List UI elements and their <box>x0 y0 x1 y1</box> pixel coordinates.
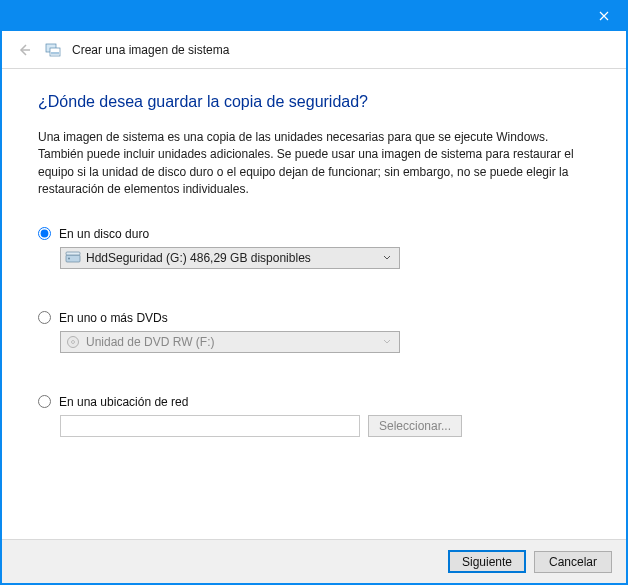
svg-point-8 <box>72 340 75 343</box>
browse-button: Seleccionar... <box>368 415 462 437</box>
hdd-drive-value: HddSeguridad (G:) 486,29 GB disponibles <box>86 251 378 265</box>
option-network-row[interactable]: En una ubicación de red <box>38 395 594 409</box>
option-dvd-row[interactable]: En uno o más DVDs <box>38 311 594 325</box>
dvd-drive-select: Unidad de DVD RW (F:) <box>60 331 400 353</box>
option-dvd-label: En uno o más DVDs <box>59 311 168 325</box>
option-dvd-group: En uno o más DVDs Unidad de DVD RW (F:) <box>38 311 594 353</box>
back-arrow-icon <box>16 42 32 58</box>
option-hdd-group: En un disco duro HddSeguridad (G:) 486,2… <box>38 227 594 269</box>
option-hdd-row[interactable]: En un disco duro <box>38 227 594 241</box>
close-icon <box>599 11 609 21</box>
close-button[interactable] <box>581 2 626 30</box>
option-dvd-radio[interactable] <box>38 311 51 324</box>
next-button[interactable]: Siguiente <box>448 550 526 573</box>
svg-rect-6 <box>66 252 80 255</box>
content-area: ¿Dónde desea guardar la copia de segurid… <box>2 69 626 447</box>
svg-rect-3 <box>51 52 59 55</box>
option-network-group: En una ubicación de red Seleccionar... <box>38 395 594 437</box>
option-hdd-label: En un disco duro <box>59 227 149 241</box>
page-question: ¿Dónde desea guardar la copia de segurid… <box>38 93 594 111</box>
wizard-window: Crear una imagen de sistema ¿Dónde desea… <box>0 0 628 585</box>
system-image-icon <box>45 42 61 58</box>
network-path-input <box>60 415 360 437</box>
hard-drive-icon <box>65 251 81 265</box>
header-title: Crear una imagen de sistema <box>72 43 229 57</box>
header-row: Crear una imagen de sistema <box>2 31 626 69</box>
back-button[interactable] <box>14 40 34 60</box>
option-hdd-radio[interactable] <box>38 227 51 240</box>
hdd-drive-select[interactable]: HddSeguridad (G:) 486,29 GB disponibles <box>60 247 400 269</box>
cancel-button[interactable]: Cancelar <box>534 551 612 573</box>
footer-bar: Siguiente Cancelar <box>2 539 626 583</box>
option-network-radio[interactable] <box>38 395 51 408</box>
chevron-down-icon <box>378 332 395 352</box>
dvd-drive-value: Unidad de DVD RW (F:) <box>86 335 378 349</box>
dvd-drive-icon <box>65 335 81 349</box>
svg-point-5 <box>68 257 70 259</box>
page-description: Una imagen de sistema es una copia de la… <box>38 129 594 199</box>
titlebar <box>2 2 626 31</box>
option-network-label: En una ubicación de red <box>59 395 188 409</box>
chevron-down-icon <box>378 248 395 268</box>
